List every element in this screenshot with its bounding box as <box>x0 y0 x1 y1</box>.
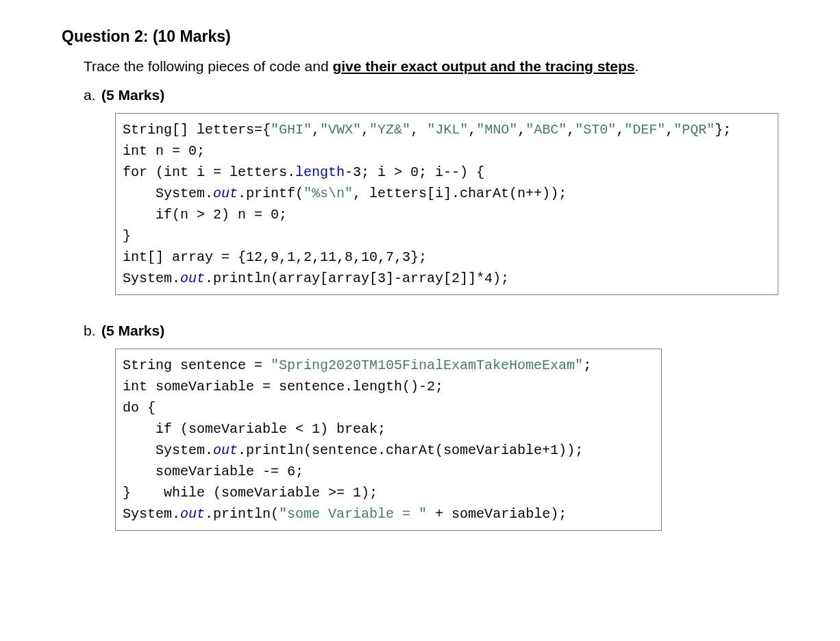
instruction-text-pre: Trace the following pieces of code and <box>84 58 332 74</box>
part-b-letter: b. <box>84 323 101 339</box>
instruction-text-underline: give their exact output and the tracing … <box>332 58 634 74</box>
code-line: System.out.printf("%s\n", letters[i].cha… <box>123 186 567 201</box>
question-heading: Question 2: (10 Marks) <box>62 27 778 46</box>
code-line: } <box>123 228 131 244</box>
part-a-marks: (5 Marks) <box>101 87 164 103</box>
code-box-a: String[] letters={"GHI","VWX","YZ&", "JK… <box>115 113 778 295</box>
part-a-letter: a. <box>84 87 101 103</box>
code-line: if (someVariable < 1) break; <box>123 421 386 437</box>
code-line: if(n > 2) n = 0; <box>123 207 287 223</box>
code-line: System.out.println(array[array[3]-array[… <box>123 271 509 286</box>
code-line: int[] array = {12,9,1,2,11,8,10,7,3}; <box>123 249 427 265</box>
code-line: int someVariable = sentence.length()-2; <box>123 379 443 394</box>
document-page: Question 2: (10 Marks) Trace the followi… <box>0 0 840 586</box>
part-a-label: a.(5 Marks) <box>84 87 778 103</box>
code-line: System.out.println(sentence.charAt(someV… <box>123 442 583 458</box>
code-line: for (int i = letters.length-3; i > 0; i-… <box>123 164 484 180</box>
code-line: someVariable -= 6; <box>123 464 304 479</box>
code-line: String sentence = "Spring2020TM105FinalE… <box>123 357 591 373</box>
instruction-text-post: . <box>635 58 639 74</box>
code-line: do { <box>123 400 156 416</box>
question-instruction: Trace the following pieces of code and g… <box>84 58 778 75</box>
code-line: String[] letters={"GHI","VWX","YZ&", "JK… <box>123 122 731 138</box>
code-line: } while (someVariable >= 1); <box>123 485 378 501</box>
code-box-b: String sentence = "Spring2020TM105FinalE… <box>115 349 662 531</box>
part-b-marks: (5 Marks) <box>101 323 164 338</box>
part-b-label: b.(5 Marks) <box>84 323 778 339</box>
code-line: int n = 0; <box>123 143 205 159</box>
code-line: System.out.println("some Variable = " + … <box>123 506 567 522</box>
